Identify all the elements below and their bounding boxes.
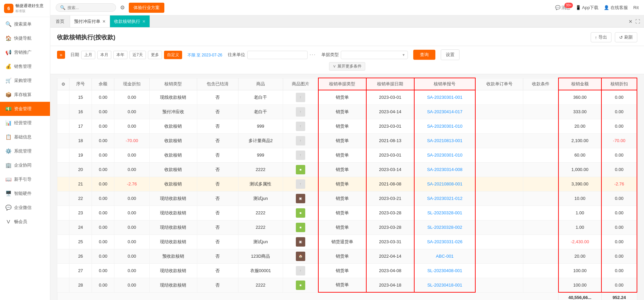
td-cancel-bill-no[interactable]: SA-20230414-017 <box>414 104 475 119</box>
customer-input[interactable] <box>247 51 308 59</box>
sidebar-item-wechat[interactable]: 💬企业微信 <box>0 201 50 215</box>
td-cancel-bill-no[interactable]: SL-20230418-001 <box>414 278 475 292</box>
td-cancel-type: 现结收款核销 <box>149 263 197 278</box>
cancel-bill-no-link[interactable]: SA-20230331-026 <box>427 239 463 244</box>
filter-toggle-button[interactable]: » <box>57 51 65 59</box>
customer-dots[interactable]: ··· <box>310 52 316 58</box>
td-goods: 老白干 <box>238 90 283 104</box>
td-cancel-bill-no[interactable]: SL-20230328-002 <box>414 220 475 234</box>
setting-button[interactable]: 设置 <box>441 49 460 60</box>
date-range-text: 不限 至 2023-07-26 <box>187 52 222 58</box>
expand-conditions-button[interactable]: ∨ 展开更多条件 <box>329 62 365 71</box>
filter-date-range-display: 不限 至 2023-07-26 <box>187 52 222 58</box>
online-service-link[interactable]: 👤 在线客服 <box>604 5 628 11</box>
close-window-icon[interactable]: ✕ <box>629 19 633 24</box>
query-button[interactable]: 查询 <box>413 50 435 60</box>
td-cancel-bill-no[interactable]: SA-20230321-012 <box>414 191 475 206</box>
sidebar-item-system[interactable]: ⚙️系统管理 <box>0 144 50 158</box>
cancel-bill-no-link[interactable]: SA-20230301-010 <box>427 124 463 129</box>
td-goods-img: ↑ <box>283 104 318 119</box>
refresh-label: 刷新 <box>624 34 633 40</box>
maximize-window-icon[interactable]: ⛶ <box>635 19 640 24</box>
date-this-month[interactable]: 本月 <box>97 51 111 59</box>
cancel-bill-no-link[interactable]: SA-20230301-001 <box>427 95 463 100</box>
sidebar-item-sales[interactable]: 💰销售管理 <box>0 59 50 74</box>
sidebar-item-guide[interactable]: 📖新手引导 <box>0 172 50 186</box>
td-cancel-bill-no[interactable]: SA-20230331-026 <box>414 234 475 249</box>
sidebar-item-enterprise[interactable]: 🏢企业协同 <box>0 158 50 172</box>
td-cancel-bill-no[interactable]: SL-20230328-001 <box>414 206 475 220</box>
table-row: 21 0.00 -2.76 收款核销 否 测试多属性 ↑ 销货单 2021-08… <box>57 177 637 191</box>
th-settings[interactable]: ⚙ <box>57 78 69 90</box>
bill-type-select[interactable]: 销货单 销货退货单 <box>341 51 408 59</box>
date-this-year[interactable]: 本年 <box>113 51 127 59</box>
date-last-month[interactable]: 上月 <box>81 51 95 59</box>
td-cancel-bill-no[interactable]: SL-20230408-001 <box>414 263 475 278</box>
sidebar-item-label: 企业协同 <box>14 162 32 168</box>
cancel-bill-no-link[interactable]: SL-20230328-001 <box>427 210 462 215</box>
td-cancel-bill-no[interactable]: SA-20210808-001 <box>414 177 475 191</box>
td-cancel-bill-no[interactable]: SA-20230301-010 <box>414 119 475 133</box>
sidebar-item-operations[interactable]: 📊经营管理 <box>0 116 50 130</box>
sidebar-item-hardware[interactable]: 🖥️智能硬件 <box>0 186 50 201</box>
settings-icon[interactable]: ⚙ <box>120 4 125 11</box>
td-cash-discount: 0.00 <box>114 249 149 263</box>
td-settings <box>57 220 69 234</box>
tab-receipt-cancel[interactable]: 收款核销执行 ✕ <box>110 15 150 27</box>
date-more[interactable]: 更多 <box>148 51 162 59</box>
td-no: 21 <box>69 177 92 191</box>
tab-home[interactable]: 首页 <box>50 15 70 27</box>
sidebar-item-search[interactable]: 🔍搜索菜单 <box>0 17 50 31</box>
td-cancel-bill-type: 销货单 <box>318 249 366 263</box>
cancel-bill-no-link[interactable]: SA-20230321-012 <box>427 196 463 201</box>
td-cancel-amount: 360.00 <box>558 90 601 104</box>
tab-prepay[interactable]: 预付冲应付单 ✕ <box>70 15 110 27</box>
sidebar-item-quick-nav[interactable]: 🏠快捷导航 <box>0 31 50 45</box>
td-cancel-type: 收款核销 <box>149 119 197 133</box>
cancel-bill-no-link[interactable]: SA-20230301-010 <box>427 153 463 158</box>
sidebar-item-basic[interactable]: 📋基础信息 <box>0 130 50 144</box>
sidebar-item-purchase[interactable]: 🛒采购管理 <box>0 74 50 88</box>
sidebar-item-inventory[interactable]: 📦库存核算 <box>0 88 50 102</box>
topbar-search-box[interactable]: 🔍 <box>56 3 116 12</box>
solution-button[interactable]: 体验行业方案 <box>129 3 164 13</box>
date-label: 日期 <box>70 52 79 58</box>
date-7days[interactable]: 近7天 <box>129 51 146 59</box>
goods-image: ↑ <box>296 136 305 145</box>
user-name[interactable]: Rit <box>633 5 639 10</box>
td-settings <box>57 191 69 206</box>
td-include-settled: 否 <box>197 263 238 278</box>
cancel-bill-no-link[interactable]: SA-20230314-008 <box>427 167 463 172</box>
td-cash-discount: 0.00 <box>114 191 149 206</box>
th-cancel-bill-no: 核销单报号 <box>414 78 475 90</box>
td-include-settled: 否 <box>197 234 238 249</box>
cancel-bill-no-link[interactable]: SA-20230414-017 <box>427 109 463 114</box>
td-settings <box>57 104 69 119</box>
cancel-bill-no-link[interactable]: SA-20210813-001 <box>427 138 463 143</box>
cancel-bill-no-link[interactable]: SL-20230408-001 <box>427 268 462 273</box>
search-input[interactable] <box>67 5 108 10</box>
app-download-link[interactable]: 📱 App下载 <box>576 5 598 11</box>
tab-receipt-cancel-close[interactable]: ✕ <box>142 19 146 24</box>
sidebar-item-member[interactable]: V畅会员 <box>0 215 50 229</box>
cancel-bill-no-link[interactable]: ABC-001 <box>436 254 454 259</box>
td-cancel-discount: 0.00 <box>601 263 637 278</box>
sidebar-item-marketing[interactable]: 📢营销推广 <box>0 45 50 59</box>
message-badge[interactable]: 💬 消息 99+ <box>555 5 571 11</box>
sidebar-logo: 6 畅捷通谱好生意 标准版 <box>0 0 50 17</box>
td-goods-img: ↑ <box>283 177 318 191</box>
td-cancel-bill-no[interactable]: ABC-001 <box>414 249 475 263</box>
sidebar-item-funds[interactable]: 💵资金管理 <box>0 102 50 116</box>
date-custom[interactable]: 自定义 <box>164 51 182 59</box>
td-cancel-bill-no[interactable]: SA-20230301-001 <box>414 90 475 104</box>
tab-prepay-close[interactable]: ✕ <box>102 19 106 24</box>
td-cancel-bill-no[interactable]: SA-20210813-001 <box>414 133 475 148</box>
cancel-bill-no-link[interactable]: SA-20210808-001 <box>427 181 463 186</box>
td-cancel-bill-no[interactable]: SA-20230314-008 <box>414 162 475 177</box>
export-button[interactable]: ↑ 导出 <box>591 32 612 42</box>
td-cancel-bill-no[interactable]: SA-20230301-010 <box>414 148 475 162</box>
refresh-button[interactable]: ↺ 刷新 <box>615 32 637 42</box>
td-cancel-type: 预收款核销 <box>149 249 197 263</box>
cancel-bill-no-link[interactable]: SL-20230328-002 <box>427 225 462 230</box>
cancel-bill-no-link[interactable]: SL-20230418-001 <box>427 283 462 288</box>
